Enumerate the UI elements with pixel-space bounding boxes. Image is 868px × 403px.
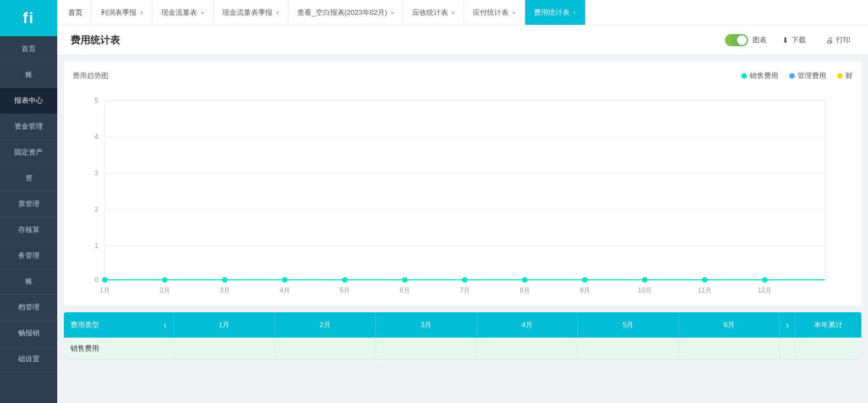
svg-text:3: 3: [95, 169, 99, 177]
table-row: 销售费用: [64, 338, 861, 360]
toggle-label: 图表: [752, 35, 767, 45]
sidebar-item-settings[interactable]: 础设置: [0, 346, 57, 372]
td-nav-spacer: [780, 338, 795, 359]
td-val-3: [376, 338, 477, 359]
th-col-5: 5月: [578, 312, 679, 338]
td-type: 销售费用: [64, 338, 174, 359]
td-val-4: [477, 338, 578, 359]
svg-point-15: [222, 277, 228, 283]
th-col-3: 3月: [376, 312, 477, 338]
tab-cashflow[interactable]: 现金流量表 ×: [152, 0, 213, 25]
svg-text:0: 0: [95, 276, 99, 284]
svg-text:10月: 10月: [638, 286, 652, 294]
close-icon[interactable]: ×: [140, 9, 143, 16]
download-button[interactable]: ⬇ 下载: [778, 33, 810, 47]
svg-rect-12: [105, 101, 826, 280]
sidebar-item-ledger[interactable]: 账: [0, 269, 57, 295]
sidebar-item-service[interactable]: 务管理: [0, 243, 57, 269]
th-nav-prev[interactable]: ‹: [163, 319, 167, 331]
sidebar-item-home[interactable]: 首页: [0, 36, 57, 62]
tab-profit[interactable]: 利润表季报 ×: [92, 0, 152, 25]
svg-text:8月: 8月: [520, 286, 530, 294]
close-icon[interactable]: ×: [573, 9, 576, 16]
svg-point-21: [582, 277, 588, 283]
svg-point-22: [642, 277, 648, 283]
chart-header: 费用趋势图 销售费用 管理费用 财: [73, 71, 853, 81]
svg-text:4: 4: [95, 133, 99, 141]
legend-finance: 财: [837, 71, 853, 81]
th-nav-next[interactable]: ›: [780, 312, 795, 338]
svg-point-16: [282, 277, 288, 283]
close-icon[interactable]: ×: [391, 9, 394, 16]
sidebar-item-inventory[interactable]: 存核算: [0, 217, 57, 243]
sidebar-item-fund[interactable]: 资金管理: [0, 114, 57, 140]
chart-legend: 销售费用 管理费用 财: [741, 71, 853, 81]
legend-dot-finance: [837, 73, 843, 79]
chart-wrapper: 5 4 3 2 1 0: [73, 86, 853, 297]
legend-sales: 销售费用: [741, 71, 778, 81]
close-icon[interactable]: ×: [451, 9, 455, 16]
svg-text:5月: 5月: [340, 286, 350, 294]
sidebar: fi 首页 账 报表中心 资金管理 固定资产 资 票管理 存核算 务管理 账 档…: [0, 0, 57, 403]
tab-expense[interactable]: 费用统计表 ×: [525, 0, 586, 25]
sidebar-item-expense[interactable]: 畅报销: [0, 321, 57, 346]
chart-section: 费用趋势图 销售费用 管理费用 财: [64, 62, 861, 306]
legend-dot-sales: [741, 73, 747, 79]
svg-point-19: [462, 277, 468, 283]
td-total: [795, 338, 861, 359]
svg-text:3月: 3月: [220, 286, 230, 294]
svg-point-17: [342, 277, 348, 283]
sidebar-item-invoice[interactable]: 票管理: [0, 191, 57, 217]
svg-text:1月: 1月: [100, 286, 110, 294]
svg-text:5: 5: [95, 97, 99, 104]
th-col-4: 4月: [477, 312, 578, 338]
td-val-6: [679, 338, 780, 359]
svg-point-23: [702, 277, 708, 283]
sidebar-item-reports[interactable]: 报表中心: [0, 88, 57, 114]
td-val-5: [578, 338, 679, 359]
close-icon[interactable]: ×: [276, 9, 279, 16]
svg-text:2: 2: [95, 206, 99, 213]
print-icon: 🖨: [826, 36, 833, 45]
legend-admin: 管理费用: [789, 71, 826, 81]
svg-point-18: [402, 277, 408, 283]
svg-text:12月: 12月: [758, 286, 772, 294]
th-col-1: 1月: [174, 312, 275, 338]
sidebar-item-resource[interactable]: 资: [0, 165, 57, 191]
close-icon[interactable]: ×: [200, 9, 204, 16]
td-val-1: [174, 338, 275, 359]
tab-cashflow-quarterly[interactable]: 现金流量表季报 ×: [214, 0, 288, 25]
svg-text:2月: 2月: [160, 286, 170, 294]
sidebar-item-assets[interactable]: 固定资产: [0, 140, 57, 165]
trend-chart: 5 4 3 2 1 0: [73, 86, 853, 295]
sidebar-item-archive[interactable]: 档管理: [0, 295, 57, 321]
tab-receivable[interactable]: 应收统计表 ×: [403, 0, 464, 25]
chart-toggle-wrap: 图表: [725, 34, 767, 46]
legend-dot-admin: [789, 73, 795, 79]
sidebar-item-account[interactable]: 账: [0, 62, 57, 88]
main-area: 首页 利润表季报 × 现金流量表 × 现金流量表季报 × 查看_空白报表(202…: [57, 0, 868, 403]
th-type: 费用类型 ‹: [64, 312, 174, 338]
chart-toggle[interactable]: [725, 34, 748, 46]
tab-home[interactable]: 首页: [59, 0, 92, 25]
content-area: 费用统计表 图表 ⬇ 下载 🖨 打印 费用趋势图: [57, 25, 868, 403]
sidebar-logo: fi: [0, 0, 57, 36]
close-icon[interactable]: ×: [512, 9, 515, 16]
svg-text:1: 1: [95, 242, 99, 250]
svg-point-24: [762, 277, 768, 283]
tab-bar: 首页 利润表季报 × 现金流量表 × 现金流量表季报 × 查看_空白报表(202…: [57, 0, 868, 25]
svg-point-20: [522, 277, 528, 283]
svg-text:11月: 11月: [698, 286, 712, 294]
svg-text:7月: 7月: [460, 286, 470, 294]
svg-point-14: [162, 277, 168, 283]
tab-blank-report[interactable]: 查看_空白报表(2023年02月) ×: [288, 0, 403, 25]
td-val-2: [275, 338, 376, 359]
th-last-col: 本年累计: [795, 312, 861, 338]
svg-text:4月: 4月: [280, 286, 290, 294]
th-col-6: 6月: [679, 312, 780, 338]
chart-title: 费用趋势图: [73, 71, 108, 81]
print-button[interactable]: 🖨 打印: [821, 33, 855, 47]
header-actions: 图表 ⬇ 下载 🖨 打印: [725, 33, 855, 47]
tab-payable[interactable]: 应付统计表 ×: [464, 0, 525, 25]
download-icon: ⬇: [782, 36, 789, 45]
